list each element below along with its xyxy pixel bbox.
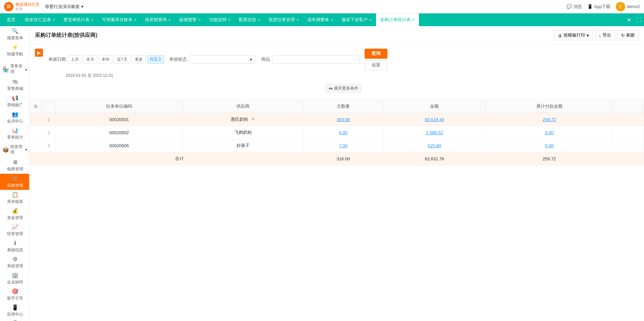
td-total-amount: 62,631.76 [383,152,486,165]
sidebar-item-system[interactable]: ⚙ 系统管理 [0,254,29,270]
filter-inner: 单据日期 上月 本月 本年 近7天 更多 自定义 [46,49,639,96]
date-btn-last-month[interactable]: 上月 [68,55,82,64]
close-icon[interactable]: ✕ [258,18,261,22]
date-btn-this-month[interactable]: 本月 [83,55,97,64]
date-filter: 单据日期 上月 本月 本年 近7天 更多 自定义 [48,55,164,64]
th-settings[interactable]: ⚙ [30,100,42,113]
app-download-action[interactable]: 📱 App下载 [587,4,610,10]
sidebar-item-member-center[interactable]: 👥 会员中心 [0,109,29,125]
user-action[interactable]: E demo2 [616,2,640,11]
status-filter-label: 单据状态 [169,56,187,62]
nav-expand-button[interactable]: ⛶ [635,17,643,22]
settings-button[interactable]: 设置 [365,60,387,70]
sidebar-item-wholesale-mgmt[interactable]: 📦 批发管理 ▼ [0,142,29,158]
close-icon[interactable]: ✕ [296,18,299,22]
tab-available-stock[interactable]: 可用量库存账本 ✕ [98,15,141,25]
status-select[interactable]: ▾ [189,55,256,64]
sidebar-item-purchase-mgmt[interactable]: 🛒 采购管理 [0,174,29,190]
expand-row-icon[interactable]: ▼ [251,117,255,122]
print-button[interactable]: 🖨 按模板打印 ▾ [554,30,593,40]
td-total-empty [30,152,56,165]
sidebar-item-quick-nav[interactable]: ⚡ 快捷导航 [0,42,29,58]
tab-cost-adjust[interactable]: 成本调整单 ✕ [303,15,337,25]
td-main-qty: 7.00 [303,139,383,152]
sidebar-item-basic-info[interactable]: ℹ 基础信息 [0,238,29,254]
new-guide-icon: 🎯 [12,288,18,295]
td-extra [613,113,644,126]
refresh-button[interactable]: ↻ 刷新 [618,30,639,40]
sidebar-item-enterprise-wechat[interactable]: 💬 企业微信 [0,319,29,321]
close-icon[interactable]: ✕ [412,18,415,22]
tab-home[interactable]: 首页 [1,15,21,25]
tab-task-mgmt[interactable]: 拣货任务管理 ✕ [265,15,303,25]
date-btn-this-year[interactable]: 本年 [99,55,113,64]
td-paid-amount: 0.00 [486,126,613,139]
gear-icon[interactable]: ⚙ [34,104,38,109]
phone-icon: 📱 [587,4,593,9]
th-main-qty: 主数量 [303,100,383,113]
retail-mall-icon: 🛍 [12,79,18,85]
sidebar-item-retail-stats[interactable]: 📊 零售统计 [0,125,29,142]
close-icon[interactable]: ✕ [134,18,137,22]
td-total-qty: 316.00 [303,152,383,165]
close-icon[interactable]: ✕ [52,18,55,22]
export-button[interactable]: ↓ 导出 [595,30,615,40]
tab-config-info[interactable]: 配置信息 ✕ [235,15,265,25]
finance-icon: 💰 [12,208,18,214]
message-action[interactable]: 💬 消息 [567,4,582,10]
date-btn-7days[interactable]: 近7天 [114,55,130,64]
nav-close-all-button[interactable]: ✕ [626,17,633,23]
date-range-display: 2016-01-01 至 2023-12-31 [66,73,639,78]
sidebar-item-new-guide[interactable]: 🎯 新手引导 [0,286,29,303]
close-icon[interactable]: ✕ [228,18,231,22]
sidebar-item-inventory[interactable]: 📋 库存核算 [0,190,29,206]
tab-receive-summary[interactable]: 收发存汇总表 ✕ [21,15,59,25]
tab-order-summary[interactable]: 要货单统计表 ✕ [59,15,98,25]
tab-purchase-summary[interactable]: 采购订单统计表 ✕ [376,13,419,26]
filter-toggle-button[interactable]: ▶ [35,49,43,57]
expand-more-button[interactable]: ▾▾ 展开更多条件 [326,84,361,93]
tab-expiry-query[interactable]: 保质期查询 ✕ [141,15,175,25]
sidebar-item-enterprise[interactable]: 🏢 企业协同 [0,270,29,286]
retail-mgmt-icon: 🏪 [2,66,9,72]
td-supplier-code: 00020002 [56,126,183,139]
sidebar-item-retail-mgmt[interactable]: 🏪 零售管理 ▲ [0,61,29,77]
sidebar-item-finance[interactable]: 💰 资金管理 [0,206,29,222]
sidebar: 🔍 搜索英单 ⚡ 快捷导航 🏪 零售管理 ▲ 🛍 零售商城 📢 营销推广 👥 会… [0,26,30,321]
sidebar-item-search[interactable]: 🔍 搜索英单 [0,26,29,42]
table-container: ⚙ 往来单位编码 供应商 主数量 金额 累计付款金额 [30,100,644,165]
close-icon[interactable]: ✕ [168,18,171,22]
td-supplier-name: 好孩子 [183,139,303,152]
close-icon[interactable]: ✕ [330,18,333,22]
top-bar: 好 畅捷通好生意 标版 母婴行业演示账套 ▾ 💬 消息 📱 App下载 E de… [0,0,644,13]
sidebar-item-operations[interactable]: 📈 经营管理 [0,222,29,238]
td-amount: 1,586.52 [383,126,486,139]
close-icon[interactable]: ✕ [198,18,201,22]
sidebar-item-marketing[interactable]: 📢 营销推广 [0,93,29,109]
query-button[interactable]: 查询 [365,49,387,59]
workspace-selector[interactable]: 母婴行业演示账套 ▾ [45,4,84,10]
close-icon[interactable]: ✕ [369,18,372,22]
sidebar-item-app-center[interactable]: 📱 应用中心 [0,303,29,319]
filter-area: ▶ 单据日期 上月 本月 本年 近7天 更多 自定义 [30,45,644,100]
expand-more-container: ▾▾ 展开更多条件 [48,81,639,96]
td-total-paid: 259.72 [486,152,613,165]
close-icon[interactable]: ✕ [91,18,94,22]
logo-icon: 好 [4,2,13,11]
status-filter: 单据状态 ▾ [169,55,256,64]
tab-overstock-alert[interactable]: 超储预警 ✕ [175,15,205,25]
goods-input[interactable] [276,57,351,62]
message-label: 消息 [573,4,582,10]
table-header-row: ⚙ 往来单位编码 供应商 主数量 金额 累计付款金额 [30,100,644,113]
sidebar-item-ecommerce[interactable]: 🖥 电商管理 [0,158,29,174]
date-btn-more[interactable]: 更多 [132,55,146,64]
tab-invite-downstream[interactable]: 邀请下游客户 ✕ [337,15,376,25]
header-actions: 🖨 按模板打印 ▾ ↓ 导出 ↻ 刷新 [554,30,639,40]
tab-function-desc[interactable]: 功能说明 ✕ [205,15,235,25]
nav-tabs-right: ✕ ⛶ [626,17,643,23]
sidebar-item-retail-mall[interactable]: 🛍 零售商城 [0,77,29,93]
th-row-num [42,100,56,113]
td-row-num: 2 [42,126,56,139]
expand-icon: ▾▾ [329,86,333,91]
td-supplier-code: 00020001 [56,113,183,126]
